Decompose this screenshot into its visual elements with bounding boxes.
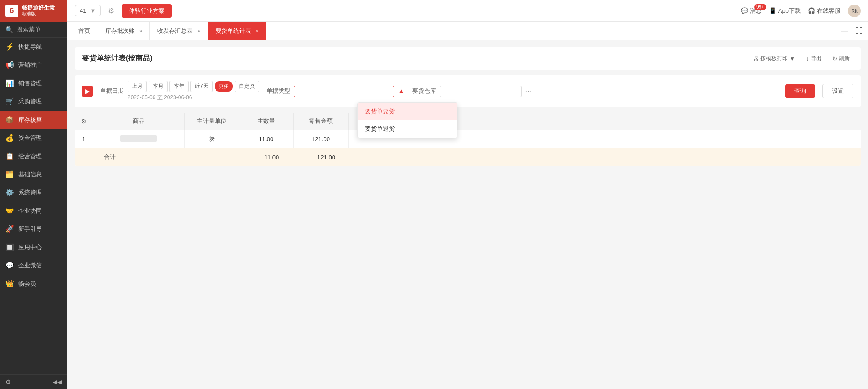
finance-icon: 💰 (5, 134, 14, 142)
tab-receivable-summary[interactable]: 收发存汇总表 × (150, 22, 208, 40)
sidebar-item-inventory[interactable]: 📦 库存核算 (0, 111, 67, 129)
filter-section: ▶ 单据日期 上月 本月 本年 近7天 更多 自定义 2023-05-06 至 … (75, 75, 861, 107)
avatar[interactable]: Rit (848, 5, 861, 17)
query-button[interactable]: 查询 (785, 84, 815, 98)
app-download-label: App下载 (778, 7, 801, 15)
dropdown-item-label: 要货单退货 (365, 125, 395, 132)
online-service-label: 在线客服 (817, 7, 841, 15)
tab-order-summary[interactable]: 要货单统计表 × (208, 22, 266, 40)
warehouse-input[interactable] (440, 86, 522, 97)
sidebar-item-purchase[interactable]: 🛒 采购管理 (0, 92, 67, 111)
chevron-down-icon: ▼ (90, 7, 96, 14)
this-year-btn[interactable]: 本年 (169, 81, 189, 92)
export-label: 导出 (811, 55, 822, 62)
company-selector[interactable]: 41 ▼ (75, 5, 101, 16)
search-menu[interactable]: 🔍 搜索菜单 (0, 22, 67, 38)
td-quantity: 11.00 (239, 130, 293, 148)
tab-home[interactable]: 首页 (71, 22, 98, 40)
topbar-left: 41 ▼ ⚙ 体验行业方案 (75, 4, 172, 18)
sidebar-item-label: 系统管理 (18, 189, 42, 197)
tab-home-label: 首页 (78, 27, 90, 35)
refresh-label: 刷新 (839, 55, 850, 62)
sidebar-item-operations[interactable]: 📋 经营管理 (0, 147, 67, 165)
sidebar-item-basic[interactable]: 🗂️ 基础信息 (0, 165, 67, 184)
td-index: 1 (75, 130, 93, 148)
sidebar-item-quick-nav[interactable]: ⚡ 快捷导航 (0, 38, 67, 56)
type-input[interactable] (294, 86, 394, 97)
tab-inventory-batch-close[interactable]: × (139, 28, 142, 34)
th-goods: 商品 (93, 113, 184, 130)
tab-inventory-batch-label: 库存批次账 (105, 27, 135, 35)
filter-warehouse-group: 要货仓库 ··· (412, 86, 531, 97)
th-quantity: 主数量 (239, 113, 293, 130)
selector-value: 41 (80, 7, 86, 14)
sidebar-item-app-center[interactable]: 🔲 应用中心 (0, 238, 67, 256)
sidebar-item-sales[interactable]: 📊 销售管理 (0, 74, 67, 92)
td-amount: 121.00 (293, 130, 348, 148)
sidebar-item-marketing[interactable]: 📢 营销推广 (0, 56, 67, 74)
type-toggle-icon[interactable]: ▲ (398, 87, 405, 95)
sidebar: 6 畅捷通好生意 标准版 🔍 搜索菜单 ⚡ 快捷导航 📢 营销推广 📊 销售管理… (0, 0, 67, 389)
enterprise-icon: 🤝 (5, 207, 14, 215)
warehouse-more-icon[interactable]: ··· (525, 87, 531, 95)
export-button[interactable]: ↓ 导出 (802, 53, 825, 64)
purchase-icon: 🛒 (5, 97, 14, 106)
tabs-actions: — ⛶ (839, 25, 864, 37)
last-month-btn[interactable]: 上月 (128, 81, 147, 92)
more-dates-btn[interactable]: 更多 (215, 81, 233, 92)
sidebar-collapse[interactable]: ⚙ ◀◀ (0, 374, 67, 389)
filter-expand-button[interactable]: ▶ (82, 86, 93, 97)
tab-receivable-summary-close[interactable]: × (197, 28, 200, 34)
footer-label: 合计 (98, 153, 190, 161)
settings-gear-icon[interactable]: ⚙ (106, 5, 116, 17)
sidebar-item-label: 资金管理 (18, 134, 42, 142)
td-unit: 块 (184, 130, 239, 148)
type-label: 单据类型 (267, 87, 290, 95)
th-amount: 零售金额 (293, 113, 348, 130)
tab-inventory-batch[interactable]: 库存批次账 × (98, 22, 150, 40)
th-settings[interactable]: ⚙ (75, 113, 93, 130)
avatar-label: Rit (851, 8, 857, 14)
table-container: ⚙ 商品 主计量单位 主数量 零售金额 1 (75, 113, 861, 166)
table-footer: 合计 11.00 121.00 (75, 148, 861, 166)
sidebar-item-guide[interactable]: 🚀 新手引导 (0, 220, 67, 238)
settings-icon[interactable]: ⚙ (5, 379, 11, 385)
tab-order-summary-close[interactable]: × (256, 28, 258, 34)
print-label: 按模板打印 (760, 55, 788, 62)
app-center-icon: 🔲 (5, 243, 14, 251)
dropdown-item-order-return[interactable]: 要货单退货 (358, 120, 457, 138)
collapse-icon[interactable]: ◀◀ (53, 379, 62, 385)
sidebar-item-label: 新手引导 (18, 225, 42, 233)
tab-minimize-icon[interactable]: — (839, 25, 850, 37)
print-icon: 🖨 (753, 56, 759, 62)
sidebar-item-enterprise[interactable]: 🤝 企业协同 (0, 202, 67, 220)
custom-date-btn[interactable]: 自定义 (235, 81, 259, 92)
trial-button[interactable]: 体验行业方案 (122, 4, 172, 18)
page-header: 要货单统计表(按商品) 🖨 按模板打印 ▼ ↓ 导出 ↻ 刷新 (75, 47, 861, 70)
sidebar-item-system[interactable]: ⚙️ 系统管理 (0, 184, 67, 202)
type-dropdown: 要货单要货 要货单退货 (357, 102, 457, 138)
online-service-item[interactable]: 🎧 在线客服 (808, 7, 841, 15)
sidebar-item-member[interactable]: 👑 畅会员 (0, 275, 67, 293)
headset-icon: 🎧 (808, 7, 815, 14)
refresh-button[interactable]: ↻ 刷新 (829, 53, 853, 64)
tab-maximize-icon[interactable]: ⛶ (853, 25, 864, 37)
app-download-item[interactable]: 📱 App下载 (769, 7, 801, 15)
sidebar-item-label: 快捷导航 (18, 43, 42, 51)
date-label: 单据日期 (100, 87, 124, 95)
basic-icon: 🗂️ (5, 170, 14, 179)
sidebar-item-finance[interactable]: 💰 资金管理 (0, 129, 67, 147)
member-icon: 👑 (5, 280, 14, 288)
td-goods (93, 130, 184, 148)
date-shortcuts: 上月 本月 本年 近7天 更多 自定义 (128, 81, 259, 92)
dropdown-item-order-goods[interactable]: 要货单要货 (358, 103, 457, 120)
last-7days-btn[interactable]: 近7天 (190, 81, 213, 92)
sidebar-nav: ⚡ 快捷导航 📢 营销推广 📊 销售管理 🛒 采购管理 📦 库存核算 💰 资金管… (0, 38, 67, 374)
print-button[interactable]: 🖨 按模板打印 ▼ (750, 53, 799, 64)
messages-item[interactable]: 💬 消息 99+ (741, 7, 762, 15)
goods-placeholder (120, 135, 157, 142)
this-month-btn[interactable]: 本月 (149, 81, 168, 92)
settings-button[interactable]: 设置 (822, 84, 853, 98)
sidebar-item-wechat[interactable]: 💬 企业微信 (0, 256, 67, 275)
topbar: 41 ▼ ⚙ 体验行业方案 💬 消息 99+ 📱 App下载 🎧 在线客服 Ri… (67, 0, 868, 22)
